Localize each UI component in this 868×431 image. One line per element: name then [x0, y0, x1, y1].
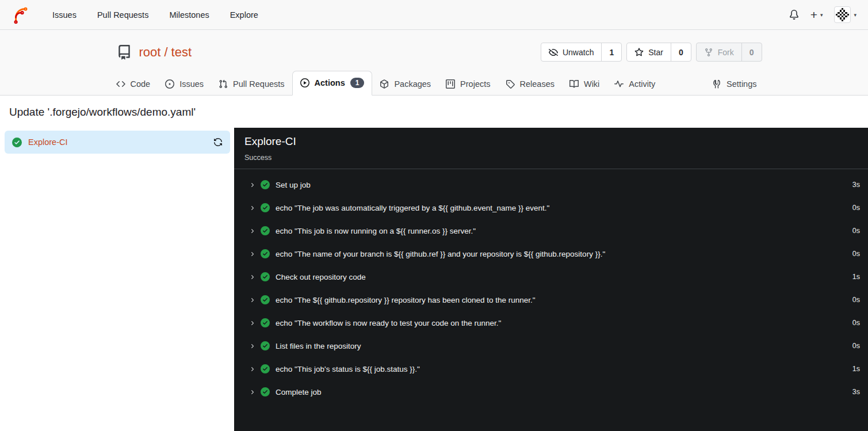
repo-name-link[interactable]: test — [171, 45, 192, 59]
tab-projects[interactable]: Projects — [438, 73, 498, 96]
tab-label: Pull Requests — [233, 79, 284, 89]
page-title: Update '.forgejo/workflows/demo.yaml' — [0, 96, 868, 128]
step-row[interactable]: echo "The ${{ github.repository }} repos… — [234, 288, 868, 311]
step-label: echo "This job's status is ${{ job.statu… — [276, 365, 420, 373]
step-row[interactable]: echo "The name of your branch is ${{ git… — [234, 242, 868, 265]
star-icon — [634, 48, 644, 57]
step-duration: 0s — [852, 227, 860, 235]
notifications-button[interactable] — [789, 10, 799, 20]
tab-label: Activity — [629, 79, 655, 89]
chevron-right-icon — [249, 205, 255, 211]
job-log-header: Explore-CI Success — [234, 128, 868, 169]
nav-pull-requests[interactable]: Pull Requests — [89, 6, 157, 24]
fork-icon — [704, 48, 713, 57]
repo-divider: / — [160, 45, 171, 59]
job-status-text: Success — [244, 154, 858, 162]
chevron-right-icon — [249, 251, 255, 257]
step-row[interactable]: Complete job 3s — [234, 380, 868, 403]
step-label: echo "The job was automatically triggere… — [276, 204, 549, 212]
check-circle-icon — [261, 318, 270, 327]
step-label: echo "The ${{ github.repository }} repos… — [276, 296, 536, 304]
step-label: echo "The name of your branch is ${{ git… — [276, 250, 605, 258]
navbar-links: Issues Pull Requests Milestones Explore — [44, 6, 267, 24]
chevron-right-icon — [249, 320, 255, 326]
job-item-explore-ci[interactable]: Explore-CI — [5, 131, 230, 154]
tab-label: Issues — [179, 79, 204, 89]
tab-packages[interactable]: Packages — [372, 73, 438, 96]
tab-label: Settings — [726, 79, 756, 89]
step-duration: 3s — [852, 181, 860, 189]
nav-issues[interactable]: Issues — [44, 6, 85, 24]
job-name: Explore-CI — [28, 138, 68, 147]
check-circle-icon — [261, 341, 270, 350]
fork-button: Fork 0 — [696, 43, 762, 62]
step-row[interactable]: Check out repository code 1s — [234, 265, 868, 288]
tools-icon — [712, 79, 721, 89]
check-circle-icon — [12, 138, 22, 147]
step-row[interactable]: echo "This job is now running on a ${{ r… — [234, 219, 868, 242]
repo-owner-link[interactable]: root — [139, 45, 161, 59]
repo-icon — [117, 45, 132, 60]
avatar — [834, 6, 851, 23]
watch-count[interactable]: 1 — [601, 43, 621, 61]
tab-code[interactable]: Code — [109, 73, 158, 96]
job-log-panel: Explore-CI Success Set up job 3s echo "T… — [234, 128, 868, 431]
star-count[interactable]: 0 — [671, 43, 691, 61]
tab-actions[interactable]: Actions 1 — [292, 71, 373, 96]
step-duration: 3s — [852, 388, 860, 396]
tab-settings[interactable]: Settings — [705, 73, 764, 96]
project-icon — [446, 79, 455, 89]
chevron-down-icon: ▾ — [820, 12, 823, 18]
code-icon — [116, 79, 125, 89]
tab-pull-requests[interactable]: Pull Requests — [211, 73, 292, 96]
chevron-right-icon — [249, 366, 255, 372]
chevron-right-icon — [249, 389, 255, 395]
check-circle-icon — [261, 364, 270, 373]
create-menu-button[interactable]: + ▾ — [810, 9, 823, 21]
job-title: Explore-CI — [244, 135, 858, 148]
check-circle-icon — [261, 295, 270, 304]
repo-breadcrumb: root/test — [139, 45, 192, 60]
check-circle-icon — [261, 226, 270, 235]
plus-icon: + — [810, 9, 817, 21]
navbar-right: + ▾ ▾ — [789, 6, 856, 23]
tab-activity[interactable]: Activity — [607, 73, 663, 96]
step-duration: 0s — [852, 250, 860, 258]
run-body: Explore-CI Explore-CI Success Set up job… — [0, 128, 868, 431]
tab-wiki[interactable]: Wiki — [562, 73, 607, 96]
check-circle-icon — [261, 272, 270, 281]
step-row[interactable]: echo "The job was automatically triggere… — [234, 196, 868, 219]
forgejo-logo-icon[interactable] — [12, 6, 30, 24]
step-row[interactable]: echo "The workflow is now ready to test … — [234, 311, 868, 334]
tab-label: Packages — [394, 79, 431, 89]
chevron-right-icon — [249, 182, 255, 188]
fork-count: 0 — [741, 43, 762, 61]
eye-closed-icon — [549, 48, 558, 57]
tab-label: Code — [131, 79, 151, 89]
unwatch-button[interactable]: Unwatch 1 — [541, 43, 622, 62]
chevron-right-icon — [249, 343, 255, 349]
step-row[interactable]: Set up job 3s — [234, 173, 868, 196]
unwatch-label: Unwatch — [563, 48, 594, 57]
rerun-icon[interactable] — [213, 138, 223, 147]
tab-issues[interactable]: Issues — [158, 73, 211, 96]
step-row[interactable]: echo "This job's status is ${{ job.statu… — [234, 357, 868, 380]
tab-releases[interactable]: Releases — [498, 73, 562, 96]
chevron-right-icon — [249, 297, 255, 303]
star-label: Star — [648, 48, 663, 57]
chevron-down-icon: ▾ — [854, 12, 856, 18]
step-label: List files in the repository — [276, 342, 361, 350]
nav-explore[interactable]: Explore — [221, 6, 267, 24]
repo-tab-bar: Code Issues Pull Requests Actions 1 Pack… — [0, 71, 868, 96]
step-duration: 0s — [852, 342, 860, 350]
step-duration: 1s — [852, 365, 860, 373]
play-circle-icon — [300, 78, 309, 87]
step-label: Check out repository code — [276, 273, 366, 281]
nav-milestones[interactable]: Milestones — [160, 6, 217, 24]
actions-count-badge: 1 — [350, 78, 365, 88]
step-row[interactable]: List files in the repository 0s — [234, 334, 868, 357]
step-label: echo "The workflow is now ready to test … — [276, 319, 501, 327]
tab-label: Wiki — [584, 79, 599, 89]
star-button[interactable]: Star 0 — [626, 43, 691, 62]
user-menu-button[interactable]: ▾ — [834, 6, 856, 23]
